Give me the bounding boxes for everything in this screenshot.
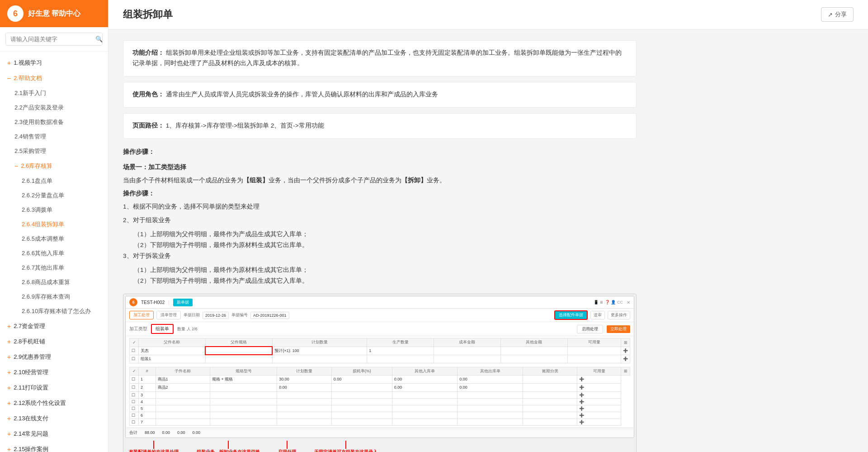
sidebar-item-2-10[interactable]: + 2.10经营管理 bbox=[0, 365, 108, 380]
mock-child-col1: 子件名称 bbox=[156, 367, 210, 375]
mock-child-col7: 账期分类 bbox=[523, 367, 577, 375]
sidebar-item-2-6-7[interactable]: 2.6.7其他出库单 bbox=[0, 261, 108, 275]
mock-parent-col1: 父件名称 bbox=[139, 338, 206, 347]
nav-label: 2.7资金管理 bbox=[14, 322, 45, 330]
sidebar-item-2-2[interactable]: 2.2产品安装及登录 bbox=[0, 100, 108, 115]
intro-text: 组装拆卸单用来处理企业组装或拆卸等加工业务，支持有固定装配清单的产品加工业务，也… bbox=[132, 49, 622, 67]
mock-parent-row2-col5 bbox=[434, 355, 501, 363]
mock-parent-col5: 成本金额 bbox=[434, 338, 501, 347]
mock-child-col5: 其他入库单 bbox=[392, 367, 458, 375]
role-label: 使用角色： bbox=[132, 91, 164, 98]
sidebar-item-2-8[interactable]: + 2.8手机旺铺 bbox=[0, 334, 108, 349]
sidebar-item-2-13[interactable]: + 2.13在线支付 bbox=[0, 411, 108, 426]
arrow-line-4 bbox=[345, 441, 346, 449]
search-button[interactable]: 🔍 bbox=[91, 33, 103, 45]
collapse-icon: − bbox=[7, 75, 11, 82]
mock-child-col8: 可用量 bbox=[577, 367, 621, 375]
mock-toolbar: 加工处理 清单管理 单据日期 2019-12-26 单据编号 AD-201912… bbox=[126, 309, 634, 322]
sidebar-item-2-11[interactable]: + 2.11打印设置 bbox=[0, 380, 108, 395]
mock-parent-col2: 父件规格 bbox=[205, 338, 272, 347]
sidebar-item-2-7[interactable]: + 2.7资金管理 bbox=[0, 319, 108, 334]
sidebar-item-2-4[interactable]: 2.4销售管理 bbox=[0, 129, 108, 144]
collapse-icon-2-6: − bbox=[14, 162, 18, 170]
sidebar-item-2-6-5[interactable]: 2.6.5成本调整单 bbox=[0, 232, 108, 246]
mock-parent-row1-col2 bbox=[205, 347, 272, 355]
mock-type-label: 加工类型 bbox=[129, 326, 147, 332]
mock-date-val: 2019-12-26 bbox=[203, 312, 229, 319]
mock-more-btn: 更多操作 bbox=[608, 311, 630, 319]
mock-parent-row1-col7 bbox=[567, 347, 621, 355]
mock-parent-col4: 生产数量 bbox=[367, 338, 434, 347]
sidebar-item-2-15[interactable]: + 2.15操作案例 bbox=[0, 442, 108, 452]
sidebar-item-2-9[interactable]: + 2.9优惠券管理 bbox=[0, 349, 108, 365]
annotation4-block: 无固定清单可在组装在这里录入 bbox=[314, 441, 377, 452]
annotation4-label: 无固定清单可在组装在这里录入 bbox=[314, 449, 377, 452]
mock-process-btn: 启用处理 bbox=[577, 325, 603, 333]
steps-section: 操作步骤： 场景一：加工类型选择 当由多个子件材料组装成一个成品的业务为【组装】… bbox=[123, 148, 637, 452]
app-title: 好生意 帮助中心 bbox=[28, 9, 80, 19]
mock-child-col4: 损耗率(%) bbox=[331, 367, 392, 375]
mock-total3: 0.00 bbox=[177, 430, 185, 435]
sidebar-item-2-12[interactable]: + 2.12系统个性化设置 bbox=[0, 395, 108, 411]
scenario1-title: 场景一：加工类型选择 bbox=[123, 163, 637, 171]
mock-footer: 合计 88.00 0.00 0.00 0.00 bbox=[126, 428, 634, 438]
steps-sub-label: 操作步骤： bbox=[123, 190, 637, 198]
sidebar-item-2-3[interactable]: 2.3使用前数据准备 bbox=[0, 115, 108, 129]
mock-type-val: 组装单 bbox=[151, 324, 174, 334]
search-input[interactable] bbox=[6, 33, 91, 45]
sidebar-item-2-6[interactable]: − 2.6库存核算 bbox=[0, 158, 108, 174]
search-box: 🔍 bbox=[0, 27, 108, 52]
path-label: 页面路径： bbox=[132, 122, 164, 129]
mock-parent-section: ✓ 父件名称 父件规格 计划数量 生产数量 成本金额 其他金额 可用量 ⊞ bbox=[126, 336, 634, 365]
annotations-row: 有装配清单的在这里处理 组装业务、拆卸业务在这里切换 启用处理 无固定 bbox=[125, 438, 634, 452]
step3-sub2: （2）下部明细为子件明细，最终作为产成品生成其它入库单。 bbox=[134, 276, 637, 286]
arrow-line-3 bbox=[287, 441, 288, 449]
mock-child-col3: 计划数量 bbox=[277, 367, 332, 375]
mock-child-col6: 其他出库单 bbox=[458, 367, 523, 375]
role-block: 使用角色： 通常由生产人员或库管人员完成拆装业务的操作，库管人员确认原材料的出库… bbox=[123, 82, 637, 108]
sidebar-header: 6 好生意 帮助中心 bbox=[0, 0, 108, 27]
mock-confirm-btn: 立即处理 bbox=[607, 325, 630, 333]
expand-icon-2-9: + bbox=[7, 353, 11, 361]
step3-sub1: （1）上部明细为父件明细，最终作为原材料生成其它出库单； bbox=[134, 265, 637, 276]
share-icon: ↗ bbox=[828, 11, 833, 18]
sidebar-item-2-6-6[interactable]: 2.6.6其他入库单 bbox=[0, 246, 108, 261]
mock-total2: 0.00 bbox=[162, 430, 170, 435]
expand-icon-2-15: + bbox=[7, 446, 11, 452]
path-text: 1、库存核算->库存管理->组装拆卸单 2、首页->常用功能 bbox=[166, 122, 324, 129]
step2-sub2: （2）下部明细为子件明细，最终作为原材料生成其它出库单。 bbox=[134, 240, 637, 251]
nav-label: 2.14常见问题 bbox=[14, 430, 48, 438]
sidebar-item-2-6-1[interactable]: 2.6.1盘点单 bbox=[0, 174, 108, 188]
sidebar-item-2-6-4[interactable]: 2.6.4组装拆卸单 bbox=[0, 217, 108, 232]
mock-logo: 6 bbox=[129, 298, 137, 306]
mock-type-row: 加工类型 组装单 数量 人 2/6 启用处理 立即处理 bbox=[126, 322, 634, 336]
sidebar: 6 好生意 帮助中心 🔍 + 1.视频学习 − 2.帮助文档 2.1新手入门 2… bbox=[0, 0, 108, 452]
sidebar-item-2-14[interactable]: + 2.14常见问题 bbox=[0, 426, 108, 442]
mock-footer-label: 合计 bbox=[129, 430, 137, 436]
mock-child-section: ✓ # 子件名称 规格型号 计划数量 损耗率(%) 其他入库单 其他出库单 账期 bbox=[126, 365, 634, 428]
annotation2-block: 组装业务、拆卸业务在这里切换 bbox=[197, 441, 260, 452]
nav-label: 2.11打印设置 bbox=[14, 384, 48, 392]
sidebar-item-docs[interactable]: − 2.帮助文档 bbox=[0, 71, 108, 86]
share-button[interactable]: ↗ 分享 bbox=[821, 7, 854, 22]
nav-label: 2.12系统个性化设置 bbox=[14, 399, 66, 407]
mock-ui: 6 TEST-H002 | 新单据 📱 🖥 ❓ 👤 CC ✕ 加工处理 清单管理 bbox=[125, 296, 634, 438]
sidebar-item-2-6-2[interactable]: 2.6.2分量盘点单 bbox=[0, 188, 108, 203]
nav-label: 2.帮助文档 bbox=[14, 74, 42, 82]
expand-icon: + bbox=[7, 59, 11, 67]
mock-parent-row1-col4: 1 bbox=[367, 347, 434, 355]
annotation1-block: 有装配清单的在这里处理 bbox=[129, 441, 179, 452]
mock-close: ✕ bbox=[627, 300, 630, 305]
mock-child-col2: 规格型号 bbox=[210, 367, 277, 375]
sidebar-item-2-5[interactable]: 2.5采购管理 bbox=[0, 144, 108, 158]
expand-icon-2-10: + bbox=[7, 369, 11, 376]
sidebar-item-video[interactable]: + 1.视频学习 bbox=[0, 55, 108, 71]
sidebar-item-2-6-9[interactable]: 2.6.9库存账本查询 bbox=[0, 290, 108, 304]
sidebar-item-2-6-3[interactable]: 2.6.3调拨单 bbox=[0, 203, 108, 217]
mock-child-action-col: ⊞ bbox=[621, 367, 630, 375]
sidebar-item-2-6-8[interactable]: 2.6.8商品成本重算 bbox=[0, 275, 108, 290]
mock-parent-col3: 计划数量 bbox=[272, 338, 367, 347]
sidebar-item-2-6-10[interactable]: 2.6.10库存账本错了怎么办 bbox=[0, 304, 108, 319]
sidebar-item-2-1[interactable]: 2.1新手入门 bbox=[0, 86, 108, 100]
mock-parent-row2-col7 bbox=[567, 355, 621, 363]
